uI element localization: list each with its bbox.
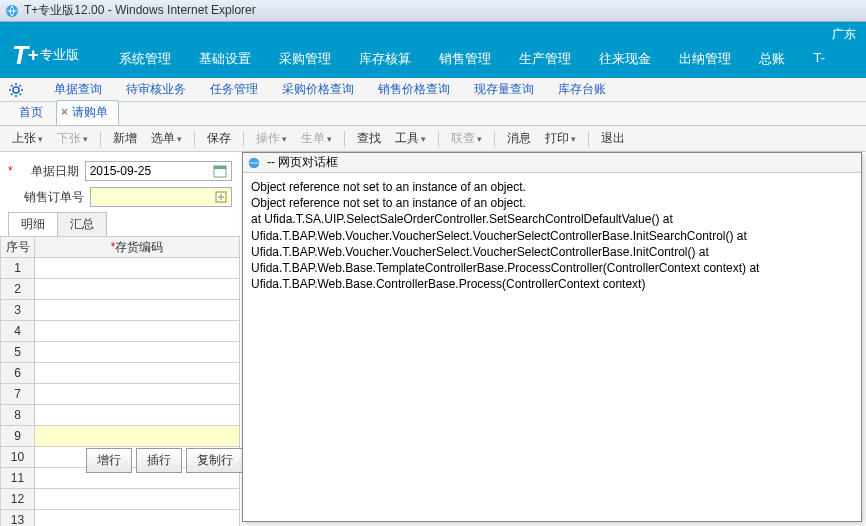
tool-button[interactable]: 工具▾ (391, 128, 430, 149)
col-code: 存货编码 (35, 237, 240, 258)
subnav-sale-price[interactable]: 销售价格查询 (378, 81, 450, 98)
table-row[interactable]: 2 (1, 279, 240, 300)
error-line: Object reference not set to an instance … (251, 195, 853, 211)
table-row[interactable]: 7 (1, 384, 240, 405)
subnav-stock[interactable]: 现存量查询 (474, 81, 534, 98)
cell-code[interactable] (35, 279, 240, 300)
find-button[interactable]: 查找 (353, 128, 385, 149)
form-area: * 单据日期 2015-09-25 销售订单号 明细 汇总 (0, 152, 240, 241)
webpage-dialog[interactable]: -- 网页对话框 Object reference not set to an … (242, 152, 862, 522)
table-row[interactable]: 9 (1, 426, 240, 447)
tab-home[interactable]: 首页 (8, 100, 54, 125)
select-button[interactable]: 选单▾ (147, 128, 186, 149)
add-button[interactable]: 新增 (109, 128, 141, 149)
document-tabs: 首页 ×请购单 (0, 102, 866, 126)
exit-button[interactable]: 退出 (597, 128, 629, 149)
gear-icon[interactable] (8, 82, 24, 98)
nav-t[interactable]: T- (813, 50, 825, 68)
cell-code[interactable] (35, 426, 240, 447)
separator (100, 131, 101, 147)
nav-base[interactable]: 基础设置 (199, 50, 251, 68)
print-label: 打印 (545, 130, 569, 147)
insrow-button[interactable]: 插行 (136, 448, 182, 473)
grid-area: 序号 存货编码 12345678910111213 (0, 236, 240, 526)
save-label: 保存 (207, 130, 231, 147)
cell-code[interactable] (35, 300, 240, 321)
copyrow-button[interactable]: 复制行 (186, 448, 244, 473)
generate-button[interactable]: 生单▾ (297, 128, 336, 149)
subnav-pending[interactable]: 待审核业务 (126, 81, 186, 98)
calendar-icon[interactable] (213, 164, 227, 178)
row-number: 1 (1, 258, 35, 279)
save-button[interactable]: 保存 (203, 128, 235, 149)
nav-production[interactable]: 生产管理 (519, 50, 571, 68)
nav-purchase[interactable]: 采购管理 (279, 50, 331, 68)
col-seq: 序号 (1, 237, 35, 258)
table-row[interactable]: 12 (1, 489, 240, 510)
prev-button[interactable]: 上张▾ (8, 128, 47, 149)
tab-summary[interactable]: 汇总 (57, 212, 107, 236)
subnav-task[interactable]: 任务管理 (210, 81, 258, 98)
nav-cash[interactable]: 往来现金 (599, 50, 651, 68)
next-button[interactable]: 下张▾ (53, 128, 92, 149)
link-button[interactable]: 联查▾ (447, 128, 486, 149)
order-field[interactable] (90, 187, 232, 207)
top-nav: T+ 专业版 系统管理 基础设置 采购管理 库存核算 销售管理 生产管理 往来现… (0, 22, 866, 78)
sub-nav: 单据查询 待审核业务 任务管理 采购价格查询 销售价格查询 现存量查询 库存台账 (0, 78, 866, 102)
svg-point-1 (13, 87, 19, 93)
subnav-voucher-query[interactable]: 单据查询 (54, 81, 102, 98)
cell-code[interactable] (35, 489, 240, 510)
table-row[interactable]: 6 (1, 363, 240, 384)
table-row[interactable]: 5 (1, 342, 240, 363)
nav-sales[interactable]: 销售管理 (439, 50, 491, 68)
detail-grid[interactable]: 序号 存货编码 12345678910111213 (0, 236, 240, 526)
tab-detail[interactable]: 明细 (8, 212, 58, 236)
date-label: 单据日期 (15, 163, 79, 180)
cell-code[interactable] (35, 510, 240, 527)
nav-cashier[interactable]: 出纳管理 (679, 50, 731, 68)
prev-label: 上张 (12, 130, 36, 147)
close-icon[interactable]: × (61, 105, 68, 119)
ie-icon (247, 156, 261, 170)
separator (194, 131, 195, 147)
table-row[interactable]: 3 (1, 300, 240, 321)
action-button[interactable]: 操作▾ (252, 128, 291, 149)
table-row[interactable]: 8 (1, 405, 240, 426)
subnav-purchase-price[interactable]: 采购价格查询 (282, 81, 354, 98)
error-line: Object reference not set to an instance … (251, 179, 853, 195)
addrow-button[interactable]: 增行 (86, 448, 132, 473)
date-field[interactable]: 2015-09-25 (85, 161, 232, 181)
grid-actions: 增行 插行 复制行 (86, 448, 244, 473)
separator (438, 131, 439, 147)
logo-edition: 专业版 (40, 46, 79, 64)
row-number: 12 (1, 489, 35, 510)
subnav-ledger[interactable]: 库存台账 (558, 81, 606, 98)
row-number: 3 (1, 300, 35, 321)
voucher-toolbar: 上张▾ 下张▾ 新增 选单▾ 保存 操作▾ 生单▾ 查找 工具▾ 联查▾ 消息 … (0, 126, 866, 152)
logo-text: T (12, 42, 28, 68)
nav-gl[interactable]: 总账 (759, 50, 785, 68)
exit-label: 退出 (601, 130, 625, 147)
table-row[interactable]: 4 (1, 321, 240, 342)
error-stack: at Ufida.T.SA.UIP.SelectSaleOrderControl… (251, 211, 853, 292)
find-label: 查找 (357, 130, 381, 147)
msg-button[interactable]: 消息 (503, 128, 535, 149)
cell-code[interactable] (35, 363, 240, 384)
dialog-titlebar[interactable]: -- 网页对话框 (243, 153, 861, 173)
nav-system[interactable]: 系统管理 (119, 50, 171, 68)
table-row[interactable]: 1 (1, 258, 240, 279)
cell-code[interactable] (35, 342, 240, 363)
lookup-icon[interactable] (215, 191, 227, 203)
grid-tabs: 明细 汇总 (8, 212, 232, 237)
row-number: 9 (1, 426, 35, 447)
print-button[interactable]: 打印▾ (541, 128, 580, 149)
table-row[interactable]: 13 (1, 510, 240, 527)
nav-inventory[interactable]: 库存核算 (359, 50, 411, 68)
cell-code[interactable] (35, 384, 240, 405)
cell-code[interactable] (35, 321, 240, 342)
separator (588, 131, 589, 147)
tab-requisition[interactable]: ×请购单 (56, 100, 119, 125)
cell-code[interactable] (35, 258, 240, 279)
row-number: 5 (1, 342, 35, 363)
cell-code[interactable] (35, 405, 240, 426)
